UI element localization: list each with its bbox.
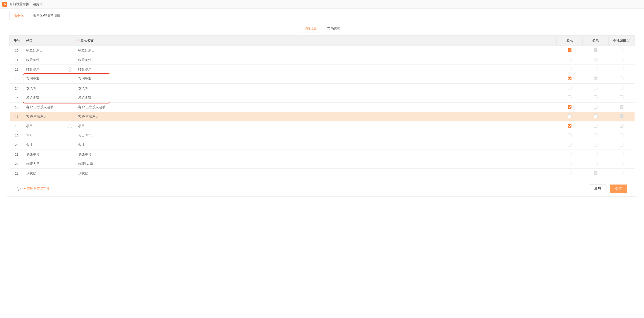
required-cell — [582, 159, 608, 169]
show-checkbox[interactable] — [568, 58, 572, 62]
readonly-checkbox[interactable] — [620, 171, 624, 175]
show-checkbox[interactable] — [568, 171, 572, 175]
required-checkbox[interactable] — [594, 133, 598, 137]
name-cell: 步骤人员 — [24, 159, 76, 169]
required-checkbox[interactable] — [594, 105, 598, 109]
show-cell — [556, 102, 582, 112]
seq-cell: 17 — [10, 112, 24, 122]
readonly-checkbox[interactable] — [620, 133, 624, 137]
required-checkbox[interactable] — [594, 143, 598, 146]
display-name-cell[interactable]: 备注 — [76, 140, 556, 150]
display-name-cell[interactable]: 发票号 — [76, 84, 556, 93]
field-table: 序号 列名 显示名称 显示 必录 不可编辑? 10收款到期日收款到期日11收款条… — [10, 36, 634, 178]
readonly-checkbox[interactable] — [620, 162, 624, 166]
required-checkbox[interactable] — [594, 67, 598, 71]
add-sub-field-button[interactable]: + — [68, 124, 72, 128]
name-cell: 项目+ — [24, 122, 76, 131]
table-row: 11收款条件收款条件 — [10, 55, 634, 65]
table-row: 13票据类型票据类型 — [10, 74, 634, 84]
field-name-label: 客户.主联系人电话 — [26, 105, 54, 110]
tab-secondary-1[interactable]: 布局调整 — [324, 24, 344, 33]
display-name-cell[interactable]: 项目.车号 — [76, 131, 556, 140]
field-name-label: 发票号 — [26, 86, 36, 90]
readonly-checkbox[interactable] — [620, 48, 624, 52]
show-checkbox[interactable] — [568, 143, 572, 146]
show-checkbox[interactable] — [568, 162, 572, 166]
display-name-cell[interactable]: 客户.主联系人电话 — [76, 102, 556, 112]
required-checkbox[interactable] — [594, 96, 598, 99]
show-cell — [556, 131, 582, 140]
display-name-cell[interactable]: 收款到期日 — [76, 46, 556, 55]
required-cell — [582, 55, 608, 65]
show-cell — [556, 84, 582, 93]
display-name-cell[interactable]: 快递单号 — [76, 150, 556, 159]
show-checkbox[interactable] — [568, 67, 572, 71]
readonly-checkbox[interactable] — [620, 86, 624, 90]
required-checkbox[interactable] — [594, 152, 598, 156]
display-name-cell[interactable]: 票据类型 — [76, 74, 556, 84]
display-name-cell[interactable]: 发票金额 — [76, 93, 556, 102]
required-checkbox[interactable] — [594, 162, 598, 166]
tab-primary-0[interactable]: 表头区 — [10, 11, 28, 20]
display-name-cell[interactable]: 收款条件 — [76, 55, 556, 65]
display-name-cell[interactable]: 结算客户 — [76, 65, 556, 74]
readonly-cell — [608, 150, 634, 159]
name-cell: 车号 — [24, 131, 76, 140]
readonly-checkbox[interactable] — [620, 152, 624, 156]
show-checkbox[interactable] — [568, 96, 572, 99]
show-checkbox[interactable] — [568, 124, 572, 128]
show-checkbox[interactable] — [568, 114, 572, 118]
readonly-checkbox — [620, 114, 624, 118]
field-name-label: 客户.主联系人 — [26, 114, 47, 119]
help-icon[interactable]: ? — [17, 187, 20, 191]
required-cell — [582, 112, 608, 122]
save-button[interactable]: 保存 — [610, 184, 627, 193]
readonly-checkbox[interactable] — [620, 58, 624, 62]
table-row: 15发票金额发票金额 — [10, 93, 634, 102]
readonly-checkbox[interactable] — [620, 67, 624, 71]
name-cell: 备注 — [24, 140, 76, 150]
col-header-name: 列名 — [24, 36, 76, 46]
table-row: 16客户.主联系人电话客户.主联系人电话 — [10, 102, 634, 112]
show-checkbox[interactable] — [568, 48, 572, 52]
seq-cell: 14 — [10, 84, 24, 93]
readonly-checkbox — [620, 105, 624, 109]
table-row: 10收款到期日收款到期日 — [10, 46, 634, 55]
show-checkbox[interactable] — [568, 86, 572, 90]
required-checkbox[interactable] — [594, 124, 598, 128]
readonly-checkbox[interactable] — [620, 143, 624, 146]
table-row: 22步骤人员步骤1人员 — [10, 159, 634, 169]
header-title-prefix: 当前设置单据： — [10, 2, 32, 6]
manage-custom-fields-link[interactable]: 管理自定义字段 — [22, 187, 50, 191]
required-checkbox[interactable] — [594, 114, 598, 118]
seq-cell: 12 — [10, 65, 24, 74]
required-cell — [582, 102, 608, 112]
readonly-checkbox[interactable] — [620, 76, 624, 80]
name-cell: 客户.主联系人 — [24, 112, 76, 122]
show-checkbox[interactable] — [568, 105, 572, 109]
readonly-cell — [608, 140, 634, 150]
display-name-cell[interactable]: 步骤1人员 — [76, 159, 556, 169]
display-name-cell[interactable]: 客户.主联系人 — [76, 112, 556, 122]
show-checkbox[interactable] — [568, 152, 572, 156]
show-checkbox[interactable] — [568, 76, 572, 80]
field-name-label: 票据类型 — [26, 77, 40, 81]
help-icon[interactable]: ? — [627, 39, 630, 42]
display-name-cell[interactable]: 项目 — [76, 122, 556, 131]
required-checkbox[interactable] — [594, 86, 598, 90]
expand-toggle-button[interactable] — [2, 2, 7, 6]
name-cell: 发票金额 — [24, 93, 76, 102]
seq-cell: 10 — [10, 46, 24, 55]
display-name-cell[interactable]: 预收款 — [76, 169, 556, 178]
readonly-checkbox[interactable] — [620, 96, 624, 99]
cancel-button[interactable]: 取消 — [589, 184, 606, 193]
tab-primary-1[interactable]: 表体区-销货单明细 — [28, 11, 65, 20]
add-sub-field-button[interactable]: + — [68, 67, 72, 72]
tab-secondary-0[interactable]: 字段设置 — [300, 24, 320, 33]
show-checkbox[interactable] — [568, 133, 572, 137]
table-row: 20备注备注 — [10, 140, 634, 150]
seq-cell: 11 — [10, 55, 24, 65]
table-row: 21快递单号快递单号 — [10, 150, 634, 159]
svg-point-0 — [24, 188, 24, 189]
readonly-cell — [608, 55, 634, 65]
